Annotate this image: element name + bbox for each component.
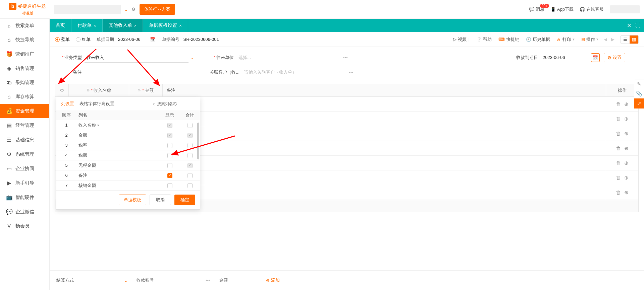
operate-action[interactable]: ⊞操作▾ [581,37,598,43]
float-attach-icon[interactable]: 📎 [634,89,644,99]
experience-button[interactable]: 体验行业方案 [140,4,175,15]
col-header-income[interactable]: ⇅*收入名称 [69,84,129,96]
org-selector-placeholder[interactable] [54,5,121,14]
tab-close-icon[interactable]: × [179,23,182,28]
biz-type-caret-icon[interactable]: ⌄ [190,55,194,60]
next-doc-icon[interactable]: ▶ [611,37,614,42]
row-copy-icon[interactable]: ⊕ [624,145,629,151]
font-rowheight-tab[interactable]: 表格字体行高设置 [79,101,114,107]
sidebar-item-7[interactable]: ▤经营管理 [0,118,49,133]
sum-checkbox[interactable] [187,163,193,168]
sidebar-item-9[interactable]: ⚙系统管理 [0,147,49,161]
tab-close-icon[interactable]: × [134,23,137,28]
show-checkbox[interactable] [167,163,172,168]
org-caret-icon[interactable]: ⌄ [124,7,128,12]
view-grid-icon[interactable]: ▦ [630,35,638,44]
row-copy-icon[interactable]: ⊕ [624,116,629,122]
sidebar-item-4[interactable]: 🛍采购管理 [0,76,49,90]
note-input[interactable] [85,67,189,77]
doc-date-calendar-icon[interactable]: 📅 [150,37,155,42]
sidebar-item-12[interactable]: 📺智能硬件 [0,190,49,205]
sum-checkbox[interactable] [187,133,193,138]
float-note-icon[interactable]: ✎ [634,79,644,89]
sidebar-item-10[interactable]: ▭企业协同 [0,161,49,176]
video-action[interactable]: ▷视频 [453,37,467,43]
col-header-note[interactable]: 备注 [163,84,606,96]
sidebar-item-1[interactable]: ⌂快捷导航 [0,33,49,47]
settle-method-caret-icon[interactable]: ⌄ [124,278,128,283]
user-area-placeholder[interactable] [610,5,640,13]
row-copy-icon[interactable]: ⊕ [624,101,629,107]
show-checkbox[interactable] [167,143,172,148]
confirm-button[interactable]: 确定 [174,195,195,205]
sum-checkbox[interactable] [187,143,193,148]
float-expand-icon[interactable]: ⤢ [634,98,644,108]
sidebar-item-3[interactable]: ◈销售管理 [0,61,49,76]
tab-0[interactable]: 首页 [50,19,71,32]
partner-more-icon[interactable]: ••• [343,55,348,60]
col-header-amount[interactable]: ⇅*金额 [129,84,163,96]
sum-checkbox[interactable] [187,173,193,178]
row-copy-icon[interactable]: ⊕ [624,190,629,196]
view-list-icon[interactable]: ☰ [621,35,630,44]
show-checkbox[interactable] [167,183,172,188]
settle-account-more-icon[interactable]: ••• [206,278,210,283]
tab-close-icon[interactable]: × [94,23,96,28]
settle-amount-input[interactable] [230,275,257,285]
rel-customer-input[interactable] [242,67,346,77]
rel-customer-more-icon[interactable]: ••• [349,70,354,75]
red-doc-radio[interactable]: 红单 [76,37,91,43]
blue-doc-radio[interactable]: 蓝单 [55,37,70,43]
col-settings-tab[interactable]: 列设置 [61,101,74,107]
show-checkbox[interactable] [167,173,172,178]
form-settings-button[interactable]: ⚙设置 [604,53,625,62]
row-copy-icon[interactable]: ⊕ [624,160,629,166]
doc-template-button[interactable]: 单据模板 [119,195,146,205]
row-copy-icon[interactable]: ⊕ [624,175,629,181]
column-search-input[interactable] [157,101,194,106]
sum-checkbox[interactable] [187,183,193,188]
settle-account-select[interactable] [157,275,200,285]
due-date-calendar-icon[interactable]: 📅 [591,53,600,62]
partner-select[interactable] [236,53,340,63]
header-settings-icon[interactable]: ⚙ [131,7,136,12]
prev-doc-icon[interactable]: ◀ [604,37,607,42]
tab-close-icon[interactable]: ✕ [627,22,631,29]
biz-type-select[interactable] [85,53,189,63]
help-action[interactable]: ❔帮助 [476,37,492,43]
online-service-link[interactable]: 🎧 在线客服 [580,6,604,12]
row-delete-icon[interactable]: 🗑 [616,116,621,122]
row-delete-icon[interactable]: 🗑 [616,101,621,107]
tab-3[interactable]: 单据模板设置× [143,19,188,32]
shortcut-action[interactable]: ⌨快捷键 [498,37,519,43]
row-delete-icon[interactable]: 🗑 [616,145,621,151]
cancel-button[interactable]: 取消 [150,195,171,205]
show-checkbox[interactable] [167,133,172,138]
row-delete-icon[interactable]: 🗑 [616,190,621,195]
tab-2[interactable]: 其他收入单× [103,19,143,32]
sidebar-item-5[interactable]: ⌂库存核算 [0,90,49,104]
history-action[interactable]: 🕘历史单据 [526,37,550,43]
messages-link[interactable]: 💬 消息 99+ [529,6,544,12]
add-settlement-link[interactable]: ⊕ 添加 [266,277,280,283]
row-copy-icon[interactable]: ⊕ [624,131,629,137]
sidebar-item-8[interactable]: ☰基础信息 [0,133,49,147]
print-action[interactable]: 🖨打印▾ [557,37,575,43]
sidebar-item-11[interactable]: ▶新手引导 [0,176,49,190]
column-settings-gear-icon[interactable]: ⚙ [55,84,69,96]
settle-method-select[interactable] [76,275,120,285]
tab-1[interactable]: 付款单× [71,19,103,32]
row-delete-icon[interactable]: 🗑 [616,175,621,180]
app-download-link[interactable]: 📱 App下载 [550,6,574,12]
row-delete-icon[interactable]: 🗑 [616,131,621,136]
show-checkbox[interactable] [167,123,172,128]
sidebar-item-6[interactable]: 💰资金管理 [0,104,49,118]
sidebar-item-2[interactable]: 🎁营销推广 [0,47,49,61]
due-date-input[interactable] [541,53,591,63]
tab-expand-icon[interactable]: ⛶ [635,22,641,28]
row-delete-icon[interactable]: 🗑 [616,160,621,166]
sidebar-item-13[interactable]: 💬企业微信 [0,205,49,219]
sidebar-item-0[interactable]: ⌕搜索菜单 [0,19,49,33]
popup-scrollbar[interactable] [197,123,199,159]
show-checkbox[interactable] [167,153,172,158]
